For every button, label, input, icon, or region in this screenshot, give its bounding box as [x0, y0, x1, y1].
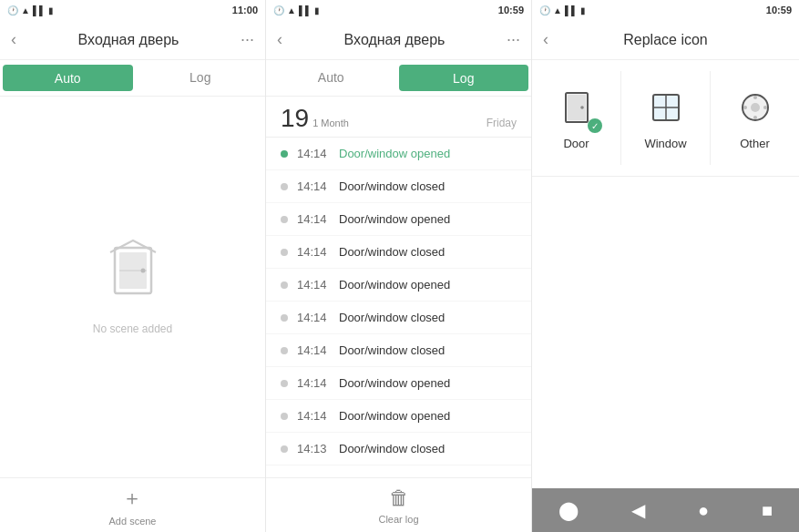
log-text: Door/window opened — [339, 212, 450, 226]
mid-header-title: Входная дверь — [344, 32, 446, 48]
left-back-button[interactable]: ‹ — [11, 30, 16, 49]
replace-icon-title: Replace icon — [623, 32, 708, 48]
log-text: Door/window closed — [339, 245, 445, 259]
mid-more-button[interactable]: ··· — [507, 30, 520, 49]
no-scene-text: No scene added — [93, 322, 172, 335]
nav-square-button[interactable]: ■ — [762, 500, 773, 521]
svg-point-7 — [580, 106, 584, 109]
log-text: Door/window closed — [339, 311, 445, 324]
tab-auto-left[interactable]: Auto — [3, 65, 133, 91]
battery-icon: ▮ — [48, 5, 54, 15]
log-text: Door/window closed — [339, 343, 445, 357]
tab-log-left[interactable]: Log — [136, 60, 266, 96]
clear-icon: 🗑 — [389, 486, 409, 510]
date-number: 19 — [281, 104, 309, 133]
left-header: ‹ Входная дверь ··· — [0, 20, 265, 60]
alarm-icon-mid: 🕐 — [273, 5, 284, 15]
mid-back-button[interactable]: ‹ — [277, 30, 282, 49]
nav-bar: ⬤ ◀ ● ■ — [532, 488, 799, 532]
log-item: 14:14Door/window opened — [266, 269, 531, 302]
log-dot — [281, 183, 288, 190]
left-content: No scene added — [0, 97, 265, 477]
nav-recents-button[interactable]: ● — [698, 500, 709, 521]
log-text: Door/window opened — [339, 147, 450, 160]
icon-image-window — [644, 86, 688, 129]
date-day: Friday — [487, 117, 517, 129]
log-dot — [281, 314, 288, 322]
log-text: Door/window opened — [339, 376, 450, 390]
left-status-bar: 🕐 ▲ ▌▌ ▮ 11:00 — [0, 0, 265, 20]
log-dot — [281, 249, 288, 256]
log-dot — [281, 413, 288, 420]
mid-panel: 🕐 ▲ ▌▌ ▮ 10:59 ‹ Входная дверь ··· Auto … — [266, 0, 532, 532]
log-time: 14:14 — [297, 212, 332, 226]
svg-point-16 — [743, 106, 747, 109]
log-text: Door/window closed — [339, 179, 445, 193]
icon-cell-other[interactable]: Other — [710, 71, 799, 165]
log-item: 14:14Door/window closed — [266, 334, 531, 367]
log-dot — [281, 380, 288, 387]
mid-bottom-bar: 🗑 Clear log — [266, 477, 531, 532]
clear-log-button[interactable]: 🗑 Clear log — [378, 486, 418, 525]
log-time: 14:14 — [297, 179, 332, 193]
right-spacer — [532, 177, 799, 488]
nav-home-button[interactable]: ⬤ — [558, 499, 579, 521]
log-item: 14:14Door/window closed — [266, 170, 531, 203]
svg-point-13 — [751, 103, 760, 112]
left-more-button[interactable]: ··· — [241, 30, 254, 49]
right-panel: 🕐 ▲ ▌▌ ▮ 10:59 ‹ Replace icon ✓Door Wind… — [532, 0, 799, 532]
date-info: 19 1 Month — [281, 104, 349, 133]
mid-status-icons-left: 🕐 ▲ ▌▌ ▮ — [273, 5, 320, 15]
log-text: Door/window closed — [339, 442, 445, 455]
log-dot — [281, 150, 288, 158]
date-month: 1 Month — [312, 118, 349, 128]
log-item: 14:13Door/window closed — [266, 433, 531, 466]
log-item: 14:14Door/window opened — [266, 367, 531, 400]
svg-point-14 — [753, 96, 757, 99]
mid-tabs: Auto Log — [266, 60, 531, 97]
log-time: 14:14 — [297, 343, 332, 357]
signal-icon-right: ▌▌ — [565, 5, 578, 15]
log-item: 14:14Door/window opened — [266, 203, 531, 236]
wifi-icon-mid: ▲ — [287, 5, 296, 15]
right-back-button[interactable]: ‹ — [543, 30, 548, 49]
log-time: 14:14 — [297, 147, 332, 160]
log-dot — [281, 216, 288, 223]
left-time: 11:00 — [232, 5, 258, 15]
svg-point-15 — [753, 116, 757, 119]
tab-auto-mid[interactable]: Auto — [266, 60, 396, 96]
left-panel: 🕐 ▲ ▌▌ ▮ 11:00 ‹ Входная дверь ··· Auto … — [0, 0, 266, 532]
no-scene-area: No scene added — [93, 239, 172, 335]
signal-icon-mid: ▌▌ — [299, 5, 312, 15]
add-icon: ＋ — [122, 485, 142, 512]
battery-icon-right: ▮ — [580, 5, 586, 15]
nav-back-button[interactable]: ◀ — [631, 499, 645, 521]
date-row: 19 1 Month Friday — [266, 97, 531, 138]
icon-cell-window[interactable]: Window — [620, 71, 710, 165]
log-dot — [281, 347, 288, 354]
mid-time: 10:59 — [498, 5, 524, 15]
right-header: ‹ Replace icon — [532, 20, 799, 60]
tab-log-mid[interactable]: Log — [399, 65, 529, 91]
add-scene-button[interactable]: ＋ Add scene — [109, 485, 157, 527]
right-time: 10:59 — [766, 5, 792, 15]
log-time: 14:14 — [297, 311, 332, 324]
clear-log-label: Clear log — [378, 514, 418, 525]
log-time: 14:14 — [297, 278, 332, 292]
alarm-icon: 🕐 — [7, 5, 18, 15]
add-scene-label: Add scene — [109, 516, 157, 527]
log-time: 14:14 — [297, 409, 332, 423]
door-icon-large — [101, 239, 165, 315]
log-item: 14:14Door/window opened — [266, 400, 531, 433]
log-text: Door/window opened — [339, 278, 450, 292]
svg-point-3 — [140, 269, 145, 273]
icon-cell-door[interactable]: ✓Door — [532, 71, 620, 165]
log-dot — [281, 281, 288, 289]
left-tabs: Auto Log — [0, 60, 265, 97]
right-status-bar: 🕐 ▲ ▌▌ ▮ 10:59 — [532, 0, 799, 20]
log-text: Door/window opened — [339, 409, 450, 423]
icon-label-door: Door — [563, 137, 589, 150]
log-item: 14:14Door/window closed — [266, 236, 531, 269]
right-status-icons-left: 🕐 ▲ ▌▌ ▮ — [539, 5, 586, 15]
mid-status-bar: 🕐 ▲ ▌▌ ▮ 10:59 — [266, 0, 531, 20]
